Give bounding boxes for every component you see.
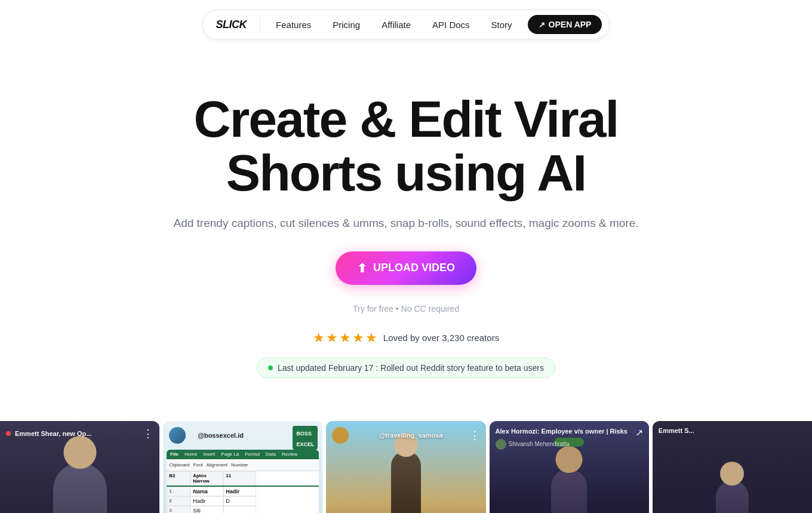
nav-divider (260, 17, 260, 32)
video-5-name: Emmett S... (659, 427, 694, 434)
navbar: SLICK Features Pricing Affiliate API Doc… (202, 10, 610, 39)
arrow-out-icon: ↗ (539, 20, 545, 29)
video-1-name: Emmett Shear, new Op... (15, 430, 91, 437)
video-card-1: Emmett Shear, new Op... ⋮ (0, 421, 159, 513)
hero-title: Create & Edit Viral Shorts using AI (12, 92, 800, 200)
video-3-menu[interactable]: ⋮ (469, 429, 480, 442)
upload-video-button[interactable]: ⬆ UPLOAD VIDEO (336, 251, 476, 285)
video-1-menu[interactable]: ⋮ (143, 427, 153, 440)
loved-text: Loved by over 3,230 creators (383, 333, 499, 343)
star-1: ★ (313, 330, 325, 346)
nav-api-docs[interactable]: API Docs (424, 16, 478, 33)
video-4-share[interactable]: ↗ (635, 427, 643, 438)
video-4-author: Shivansh Mehendiratta (509, 441, 570, 447)
stars-row: ★ ★ ★ ★ ★ Loved by over 3,230 creators (12, 330, 800, 346)
video-card-5: Emmett S... (653, 421, 812, 513)
video-card-3: @travelling_samosa ⋮ (326, 421, 485, 513)
try-free-text: Try for free • No CC required (12, 304, 800, 314)
logo[interactable]: SLICK (210, 16, 253, 33)
video-3-handle: @travelling_samosa (379, 432, 443, 439)
video-strip: Emmett Shear, new Op... ⋮ @bossexcel.id … (0, 421, 812, 513)
video-2-handle: @bossexcel.id (189, 428, 307, 443)
upload-icon: ⬆ (357, 261, 367, 275)
nav-pricing[interactable]: Pricing (324, 16, 368, 33)
star-5: ★ (365, 330, 377, 346)
update-badge: Last updated February 17 : Rolled out Re… (257, 358, 555, 378)
nav-story[interactable]: Story (483, 16, 521, 33)
hero-subtitle: Add trendy captions, cut silences & umms… (12, 217, 800, 230)
star-2: ★ (326, 330, 338, 346)
open-app-button[interactable]: ↗ OPEN APP (528, 15, 602, 34)
hero-section: Create & Edit Viral Shorts using AI Add … (0, 44, 812, 402)
star-3: ★ (339, 330, 351, 346)
video-card-4: Alex Hormozi: Employee v/s owner | Risks… (490, 421, 649, 513)
stars: ★ ★ ★ ★ ★ (313, 330, 377, 346)
navbar-wrapper: SLICK Features Pricing Affiliate API Doc… (0, 0, 812, 44)
video-4-title: Alex Hormozi: Employee v/s owner | Risks (496, 427, 628, 435)
video-3-header: @travelling_samosa ⋮ (332, 427, 479, 444)
green-dot-icon (268, 365, 273, 370)
nav-features[interactable]: Features (267, 16, 319, 33)
star-4: ★ (352, 330, 364, 346)
video-4-title-area: Alex Hormozi: Employee v/s owner | Risks… (496, 427, 628, 450)
nav-affiliate[interactable]: Affiliate (373, 16, 419, 33)
rec-dot (6, 431, 11, 436)
video-card-2: @bossexcel.id ⋮ File Home Insert Page La… (163, 421, 322, 513)
